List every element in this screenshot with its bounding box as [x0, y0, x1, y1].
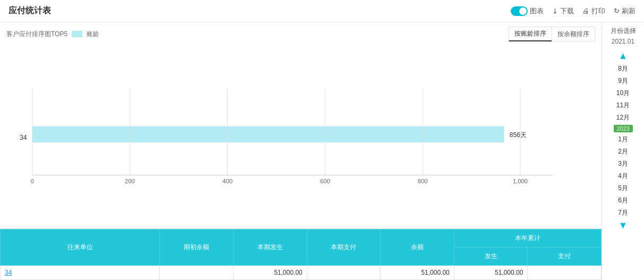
download-button[interactable]: ⤓ 下载: [552, 6, 574, 16]
refresh-button[interactable]: ↻ 刷新: [614, 6, 636, 16]
chart-y-label: 34: [20, 134, 27, 141]
sidebar-year-label: 2021.01: [612, 38, 634, 45]
sidebar-month-10[interactable]: 10月: [602, 87, 644, 99]
chart-area: 34 856天 0 200 400 600 800 1,000: [0, 46, 602, 228]
chart-section: 客户应付排序图TOP5 账龄 按账龄排序 按余额排序 34: [0, 22, 602, 228]
legend-box-icon: [72, 31, 82, 37]
page-title: 应付统计表: [8, 5, 51, 16]
sidebar-month-5[interactable]: 5月: [602, 182, 644, 194]
col-header-current-pay: 本期支付: [307, 230, 381, 266]
sidebar-up-arrow[interactable]: ▲: [619, 50, 628, 62]
download-label: 下载: [560, 6, 574, 16]
x-tick-1000: 1,000: [513, 178, 528, 184]
data-table: 往来单位 期初余额 本期发生 本期支付 余额 本年累计 发生 支付: [0, 229, 602, 280]
sidebar-month-4[interactable]: 4月: [602, 170, 644, 182]
cell-unit[interactable]: 34: [1, 266, 160, 280]
col-header-current-occur: 本期发生: [233, 230, 307, 266]
sort-buttons: 按账龄排序 按余额排序: [509, 27, 595, 41]
col-header-ytd-occur: 发生: [454, 248, 528, 266]
sidebar-year-tag: 2023: [614, 125, 633, 132]
col-header-ytd-pay: 支付: [528, 248, 602, 266]
x-tick-400: 400: [222, 178, 233, 184]
table-row: 34 51,000.00 51,000.00 51,000.00: [1, 266, 602, 280]
table-header-row-1: 往来单位 期初余额 本期发生 本期支付 余额 本年累计: [1, 230, 602, 248]
x-tick-0: 0: [31, 178, 34, 184]
sidebar-month-8[interactable]: 8月: [602, 63, 644, 75]
sort-by-balance-button[interactable]: 按账龄排序: [509, 27, 552, 41]
toggle-knob: [519, 7, 527, 15]
sidebar: 月份选择 2021.01 ▲ 8月 9月 10月 11月 12月 2023 1月…: [602, 22, 644, 280]
sidebar-title: 月份选择: [611, 27, 636, 36]
sidebar-down-arrow[interactable]: ▼: [619, 220, 628, 231]
chart-bar-label: 856天: [510, 131, 527, 139]
header-actions: 图表 ⤓ 下载 🖨 打印 ↻ 刷新: [511, 6, 636, 16]
cell-opening: [160, 266, 234, 280]
refresh-icon: ↻: [614, 7, 620, 15]
col-header-opening: 期初余额: [160, 230, 234, 266]
chart-bar: [32, 126, 504, 143]
sidebar-month-7[interactable]: 7月: [602, 207, 644, 219]
toggle-switch-icon[interactable]: [511, 6, 528, 16]
cell-balance: 51,000.00: [381, 266, 454, 280]
sidebar-month-9[interactable]: 9月: [602, 75, 644, 87]
x-tick-800: 800: [418, 178, 428, 184]
x-tick-600: 600: [320, 178, 330, 184]
sort-by-amount-button[interactable]: 按余额排序: [552, 27, 595, 41]
cell-current-pay: [307, 266, 381, 280]
sidebar-month-6[interactable]: 6月: [602, 194, 644, 207]
sidebar-month-1[interactable]: 1月: [602, 133, 644, 146]
print-button[interactable]: 🖨 打印: [582, 6, 605, 16]
sidebar-month-3[interactable]: 3月: [602, 158, 644, 170]
col-header-balance: 余额: [381, 230, 454, 266]
app-header: 应付统计表 图表 ⤓ 下载 🖨 打印 ↻ 刷新: [0, 0, 644, 22]
col-header-unit: 往来单位: [1, 230, 160, 266]
table-wrapper: 往来单位 期初余额 本期发生 本期支付 余额 本年累计 发生 支付: [0, 229, 602, 280]
cell-ytd-occur: 51,000.00: [454, 266, 528, 280]
sidebar-month-12[interactable]: 12月: [602, 112, 644, 124]
col-header-ytd: 本年累计: [454, 230, 601, 248]
print-icon: 🖨: [582, 7, 589, 15]
unit-link[interactable]: 34: [5, 269, 12, 276]
cell-current-occur: 51,000.00: [233, 266, 307, 280]
chart-svg: 34 856天 0 200 400 600 800 1,000: [11, 51, 596, 223]
print-label: 打印: [591, 6, 605, 16]
chart-toolbar: 客户应付排序图TOP5 账龄 按账龄排序 按余额排序: [0, 22, 602, 46]
chart-label: 图表: [530, 6, 544, 16]
main-area: 客户应付排序图TOP5 账龄 按账龄排序 按余额排序 34: [0, 22, 644, 280]
table-section: 往来单位 期初余额 本期发生 本期支付 余额 本年累计 发生 支付: [0, 228, 602, 280]
x-tick-200: 200: [125, 178, 135, 184]
chart-toggle[interactable]: 图表: [511, 6, 544, 16]
chart-legend: 客户应付排序图TOP5 账龄: [6, 30, 99, 39]
sidebar-month-11[interactable]: 11月: [602, 99, 644, 112]
download-icon: ⤓: [552, 7, 558, 15]
refresh-label: 刷新: [622, 6, 636, 16]
legend-label: 账龄: [87, 30, 99, 39]
sidebar-month-2[interactable]: 2月: [602, 146, 644, 158]
top5-label: 客户应付排序图TOP5: [6, 30, 67, 39]
cell-ytd-pay: [528, 266, 602, 280]
